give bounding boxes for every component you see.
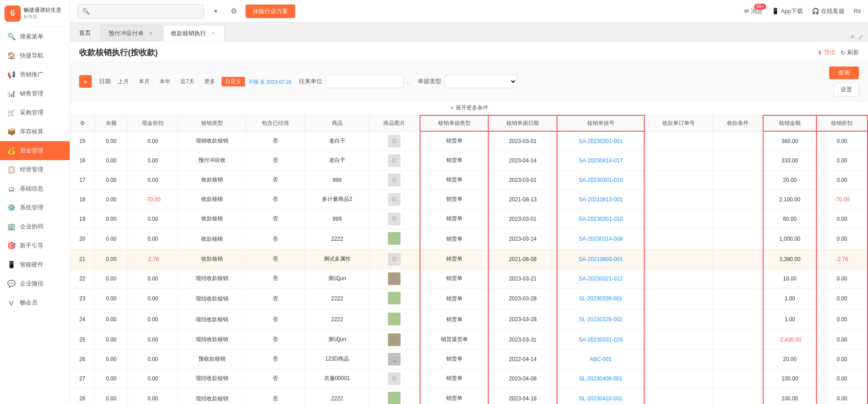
write-off-discount-cell: 0.00 bbox=[816, 369, 868, 388]
write-off-discount-cell: 0.00 bbox=[816, 309, 868, 330]
filter-toggle-button[interactable]: » bbox=[79, 75, 92, 88]
tab-home-label: 首页 bbox=[79, 29, 91, 37]
bill-no-link[interactable]: SA-20230301-010 bbox=[579, 177, 623, 183]
receipt-cond-cell bbox=[712, 349, 763, 369]
goods-cell: 测试jun bbox=[305, 269, 369, 288]
partner-input[interactable] bbox=[326, 75, 404, 88]
receipt-cond-cell bbox=[712, 209, 763, 228]
table-row: 270.000.00现结收款核销否衣服00001🖼销货单2023-04-08SL… bbox=[70, 369, 868, 388]
goods-cell: 2222 bbox=[305, 288, 369, 309]
sidebar-item-base[interactable]: 🗂 基础信息 bbox=[0, 179, 70, 198]
bill-no-link[interactable]: SA-20210813-001 bbox=[579, 196, 623, 203]
tab-expand-icon[interactable]: ⤢ bbox=[858, 33, 863, 41]
goods-image bbox=[388, 392, 401, 404]
write-off-discount-cell: 0.00 bbox=[816, 170, 868, 190]
bill-no-link[interactable]: SA-20230414-017 bbox=[579, 157, 623, 164]
gear-icon[interactable]: ⚙ bbox=[227, 5, 240, 18]
app-download-button[interactable]: 📱 App下载 bbox=[772, 7, 803, 15]
goods-img-cell: 🖼 bbox=[369, 269, 420, 288]
receipt-cond-cell bbox=[712, 330, 763, 349]
search-input[interactable] bbox=[91, 8, 199, 14]
date-prev-month[interactable]: 上月 bbox=[114, 77, 132, 86]
receipt-order-cell bbox=[644, 309, 712, 330]
sidebar-item-guide[interactable]: 🎯 新手引导 bbox=[0, 236, 70, 255]
bill-no-link[interactable]: SL-20230408-001 bbox=[579, 375, 623, 382]
receipt-order-cell bbox=[644, 249, 712, 269]
tab-prepay[interactable]: 预付冲应付单 × bbox=[101, 25, 162, 41]
partner-filter-group: 往来单位 ... bbox=[299, 75, 410, 88]
sidebar-item-label: 企业协同 bbox=[20, 223, 43, 231]
refresh-button[interactable]: ↻ 刷新 bbox=[840, 48, 859, 57]
goods-img-cell: 🖼 bbox=[369, 131, 420, 151]
partner-dots[interactable]: ... bbox=[406, 78, 410, 85]
bill-no-link[interactable]: SA-20230301-001 bbox=[579, 138, 623, 144]
sidebar-item-search[interactable]: 🔍 搜索菜单 bbox=[0, 27, 70, 46]
sidebar-item-operations[interactable]: 📋 经营管理 bbox=[0, 160, 70, 179]
page-content: 收款核销执行(按收款) ⬆ 导出 ↻ 刷新 » 日期 上月 bbox=[70, 42, 868, 404]
tab-bar: 首页 预付冲应付单 × 收款核销执行 × × ⤢ bbox=[70, 23, 868, 42]
bill-no-link[interactable]: SL-20230328-001 bbox=[579, 295, 623, 302]
write-off-amount-cell: 360.00 bbox=[763, 131, 816, 151]
tab-prepay-label: 预付冲应付单 bbox=[108, 29, 144, 38]
bill-no-cell: SL-20230418-001 bbox=[557, 388, 644, 404]
user-name[interactable]: Rit bbox=[854, 8, 861, 14]
bill-no-link[interactable]: SL-20230328-002 bbox=[579, 316, 623, 323]
sidebar-item-hardware[interactable]: 📱 智能硬件 bbox=[0, 255, 70, 274]
write-off-amount-cell: 1.00 bbox=[763, 288, 816, 309]
date-this-year[interactable]: 本年 bbox=[156, 77, 174, 86]
sidebar-item-member[interactable]: V 畅会员 bbox=[0, 293, 70, 312]
expand-more-button[interactable]: ∨ 展开更多条件 bbox=[70, 101, 868, 115]
search-icon: 🔍 bbox=[7, 33, 15, 41]
sidebar-item-purchase[interactable]: 🛒 采购管理 bbox=[0, 103, 70, 122]
query-button[interactable]: 查询 bbox=[829, 67, 859, 79]
sidebar-item-label: 资金管理 bbox=[20, 147, 43, 155]
tab-prepay-close[interactable]: × bbox=[147, 30, 155, 37]
tab-receipts[interactable]: 收款核销执行 × bbox=[163, 25, 225, 41]
sidebar-item-quick[interactable]: 🏠 快捷导航 bbox=[0, 46, 70, 65]
sidebar-item-marketing[interactable]: 📢 营销推广 bbox=[0, 65, 70, 84]
bill-date-cell: 2023-04-08 bbox=[488, 369, 557, 388]
sidebar-item-sales[interactable]: 📊 销售管理 bbox=[0, 84, 70, 103]
bill-no-link[interactable]: SA-20230321-012 bbox=[579, 276, 623, 282]
write-off-discount-cell: 0.00 bbox=[816, 151, 868, 170]
date-7days[interactable]: 近7天 bbox=[177, 77, 198, 86]
bill-no-link[interactable]: SA-20230331-026 bbox=[579, 337, 623, 343]
sidebar-item-corp[interactable]: 🏢 企业协同 bbox=[0, 217, 70, 236]
export-button[interactable]: ⬆ 导出 bbox=[817, 48, 836, 57]
date-this-month[interactable]: 本月 bbox=[135, 77, 153, 86]
bill-type-select[interactable] bbox=[445, 75, 517, 88]
bill-type-label: 单据类型 bbox=[418, 77, 441, 86]
bill-no-cell: ABC-001 bbox=[557, 349, 644, 369]
bill-no-link[interactable]: ABC-001 bbox=[590, 356, 612, 362]
sidebar: 6 畅捷通谱好生意 标准版 🔍 搜索菜单 🏠 快捷导航 📢 营销推广 📊 销售管… bbox=[0, 0, 70, 404]
sidebar-item-system[interactable]: ⚙️ 系统管理 bbox=[0, 198, 70, 217]
message-button[interactable]: ✉ 消息 99+ bbox=[744, 7, 763, 15]
bill-no-link[interactable]: SL-20230418-001 bbox=[579, 395, 623, 402]
write-off-discount-cell: 0.00 bbox=[816, 269, 868, 288]
sidebar-item-inventory[interactable]: 📦 库存核算 bbox=[0, 122, 70, 141]
tab-close-icon[interactable]: × bbox=[850, 33, 854, 41]
dropdown-chevron[interactable]: ▾ bbox=[209, 5, 222, 18]
online-service-button[interactable]: 🎧 在线客服 bbox=[812, 7, 844, 15]
seq-cell: 16 bbox=[70, 151, 95, 170]
col-header-seq: ⚙ bbox=[70, 115, 95, 131]
date-more[interactable]: 更多 bbox=[201, 77, 219, 86]
col-header-write-off-type: 核销类型 bbox=[178, 115, 246, 131]
marketing-icon: 📢 bbox=[7, 71, 15, 79]
setting-button[interactable]: 设置 bbox=[834, 83, 859, 96]
sidebar-item-funds[interactable]: 💰 资金管理 bbox=[0, 141, 70, 160]
topbar-search-box[interactable]: 🔍 bbox=[77, 4, 204, 19]
date-custom[interactable]: 自定义 bbox=[222, 77, 245, 86]
sidebar-item-wechat[interactable]: 💬 企业微信 bbox=[0, 274, 70, 293]
tab-receipts-close[interactable]: × bbox=[210, 30, 217, 37]
bill-no-link[interactable]: SA-20230314-008 bbox=[579, 236, 623, 242]
bill-no-link[interactable]: SA-20210808-001 bbox=[579, 256, 623, 262]
bill-no-link[interactable]: SA-20230301-010 bbox=[579, 216, 623, 222]
data-table-container: ⚙ 余额 现金折扣 核销类型 包含已结清 商品 商品图片 核销单据类型 核销单据… bbox=[70, 115, 868, 404]
table-row: 170.000.00收款核销否999🖼销货单2023-03-01SA-20230… bbox=[70, 170, 868, 190]
tab-home[interactable]: 首页 bbox=[70, 25, 100, 41]
cash-discount-cell: 0.00 bbox=[127, 330, 178, 349]
sidebar-item-label: 智能硬件 bbox=[20, 261, 43, 269]
industry-btn[interactable]: 休验行业方案 bbox=[245, 5, 295, 18]
receipt-order-cell bbox=[644, 131, 712, 151]
